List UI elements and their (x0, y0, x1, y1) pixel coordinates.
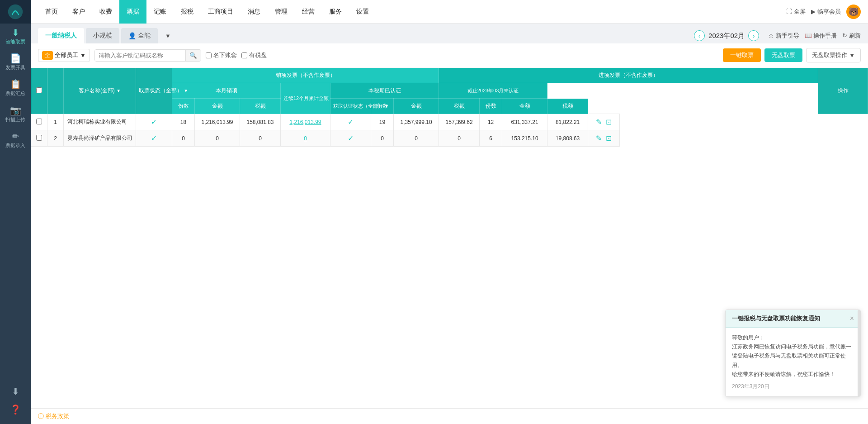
help-icon: ❓ (10, 405, 21, 414)
topnav-invoice[interactable]: 票据 (119, 0, 146, 24)
fullscreen-label: 全屏 (794, 8, 806, 16)
sidebar-item-issue-invoice[interactable]: 📄 发票开具 (0, 49, 31, 75)
data-entry-icon: ✏ (12, 132, 19, 141)
row-cumulative[interactable]: 0 (281, 130, 330, 147)
sidebar-item-data-entry[interactable]: ✏ 票据录入 (0, 127, 31, 153)
topnav-client[interactable]: 客户 (65, 0, 92, 24)
row-before-tax: 19,808.63 (547, 130, 588, 147)
before-amount-header: 金额 (502, 99, 547, 114)
sidebar: ⬇ 智能取票 📄 发票开具 📋 票据汇总 📷 扫描上传 ✏ 票据录入 ⬇ ❓ (0, 0, 31, 424)
row-cert-status: ✓ (330, 114, 371, 130)
subtab-all-label: 全能 (138, 32, 151, 40)
smart-fetch-icon: ⬇ (12, 28, 19, 37)
header-actions: ☆ 全屏新手引导 📖 操作手册 ↻ 刷新 (768, 32, 861, 40)
detail-icon[interactable]: ⊡ (606, 118, 612, 126)
filter-has-tax-disk-checkbox[interactable] (241, 52, 247, 58)
filter-icon: ▼ (116, 88, 121, 93)
subtab-small[interactable]: 小规模 (86, 28, 119, 43)
before-tax-header: 税额 (547, 99, 588, 114)
topnav-billing[interactable]: 收费 (92, 0, 119, 24)
fullscreen-btn[interactable]: ⛶ 全屏 (786, 8, 806, 16)
sidebar-item-label: 票据录入 (5, 143, 25, 148)
topnav-settings[interactable]: 设置 (349, 0, 376, 24)
topnav-message[interactable]: 消息 (241, 0, 268, 24)
row-num: 1 (47, 114, 64, 130)
col-take-status-header[interactable]: 取票状态（全部） ▼ (136, 68, 172, 114)
svg-point-0 (8, 5, 23, 19)
row-cert-status: ✓ (330, 130, 371, 147)
topnav-operation[interactable]: 经营 (295, 0, 322, 24)
row-before-count: 12 (480, 114, 502, 130)
topnav-industry[interactable]: 工商项目 (201, 0, 241, 24)
date-prev-btn[interactable]: ‹ (694, 30, 705, 41)
month-count-header: 份数 (172, 99, 195, 114)
no-disk-fetch-btn[interactable]: 无盘取票 (764, 48, 802, 62)
policy-link[interactable]: ⓘ 税务政策 (38, 412, 69, 420)
sidebar-item-download[interactable]: ⬇ (0, 382, 31, 400)
select-all-checkbox[interactable] (36, 87, 42, 93)
row-checkbox-cell[interactable] (31, 130, 47, 147)
topnav-service[interactable]: 服务 (322, 0, 349, 24)
row-checkbox[interactable] (36, 135, 42, 141)
date-next-btn[interactable]: › (748, 30, 759, 41)
filter-under-account-checkbox[interactable] (206, 52, 212, 58)
policy-label: 税务政策 (46, 412, 69, 420)
search-input[interactable] (95, 50, 185, 61)
detail-icon[interactable]: ⊡ (606, 134, 612, 142)
row-checkbox-cell[interactable] (31, 114, 47, 130)
vip-icon: ▶ (811, 8, 816, 15)
search-button[interactable]: 🔍 (185, 50, 201, 61)
row-month-amount: 0 (195, 130, 240, 147)
purchase-group-header: 进项发票（不含作废票） (439, 68, 818, 83)
no-disk-op-label: 无盘取票操作 (812, 51, 847, 59)
filter-tag: 全 (42, 51, 53, 60)
edit-icon[interactable]: ✎ (596, 134, 602, 142)
subtabs: 一般纳税人 小规模 👤 全能 ▼ ‹ 2023年02月 › ☆ 全屏新手引导 📖… (31, 24, 868, 43)
notification-close-btn[interactable]: × (850, 314, 854, 323)
sidebar-item-label: 票据汇总 (5, 91, 25, 96)
sidebar-item-smart-fetch[interactable]: ⬇ 智能取票 (0, 24, 31, 49)
topnav-bookkeeping[interactable]: 记账 (146, 0, 174, 24)
topnav-home[interactable]: 首页 (38, 0, 65, 24)
sidebar-item-scan-upload[interactable]: 📷 扫描上传 (0, 101, 31, 127)
month-amount-header: 金额 (195, 99, 240, 114)
toolbar-right: 一键取票 无盘取票 无盘取票操作 ▼ (723, 48, 861, 62)
period-amount-header: 金额 (394, 99, 439, 114)
subtab-all[interactable]: 👤 全能 (121, 28, 158, 43)
toolbar: 全 全部员工 ▼ 🔍 名下账套 有税盘 一键取票 无盘取票 无盘取票操作 (31, 43, 868, 67)
before-march-header: 截止2023年03月未认证 (439, 83, 547, 99)
row-cumulative[interactable]: 1,216,013.99 (281, 114, 330, 130)
topnav-tax[interactable]: 报税 (174, 0, 201, 24)
new-user-guide[interactable]: ☆ 全屏新手引导 (768, 32, 799, 40)
sidebar-item-invoice-summary[interactable]: 📋 票据汇总 (0, 75, 31, 101)
col-name-header[interactable]: 客户名称(全部) ▼ (64, 68, 136, 114)
filter-has-tax-disk[interactable]: 有税盘 (241, 51, 267, 59)
notification-scrollbar[interactable] (858, 310, 860, 396)
cert-status-header[interactable]: 获取认证状态（全部） ▼ (330, 99, 371, 114)
date-nav: ‹ 2023年02月 › (694, 30, 759, 41)
topnav-manage[interactable]: 管理 (268, 0, 295, 24)
refresh-btn[interactable]: ↻ 刷新 (842, 32, 861, 40)
notification-line: 给您带来的不便敬请谅解，祝您工作愉快！ (732, 370, 854, 379)
row-checkbox[interactable] (36, 119, 42, 124)
employee-filter[interactable]: 全 全部员工 ▼ (38, 49, 90, 62)
sidebar-item-help[interactable]: ❓ (0, 400, 31, 419)
filter-under-account[interactable]: 名下账套 (206, 51, 237, 59)
edit-icon[interactable]: ✎ (596, 118, 602, 126)
sidebar-item-label: 智能取票 (5, 39, 25, 45)
month-tax-header: 税额 (240, 99, 281, 114)
month-sales-header: 本月销项 (172, 83, 281, 99)
operation-manual[interactable]: 📖 操作手册 (805, 32, 837, 40)
row-num: 2 (47, 130, 64, 147)
notification-popup: 一键报税与无盘取票功能恢复通知 × 尊敬的用户：江苏政务网已恢复访问电子税务局功… (725, 310, 861, 397)
col-num-header (47, 68, 64, 114)
user-avatar[interactable]: 🐻 (846, 5, 861, 19)
vip-btn[interactable]: ▶ 畅享会员 (811, 8, 841, 16)
no-disk-op-btn[interactable]: 无盘取票操作 ▼ (806, 48, 861, 62)
employee-filter-label: 全部员工 (55, 51, 78, 59)
subtab-more[interactable]: ▼ (160, 29, 176, 43)
row-month-tax: 158,081.83 (240, 114, 281, 130)
logo (0, 0, 31, 24)
one-click-fetch-btn[interactable]: 一键取票 (723, 48, 761, 62)
subtab-general[interactable]: 一般纳税人 (38, 28, 84, 43)
